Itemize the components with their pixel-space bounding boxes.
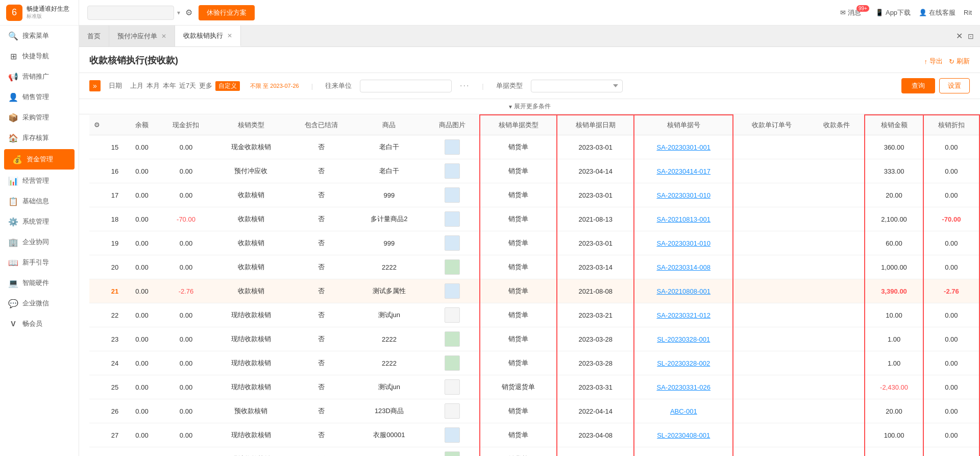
- row-cancel-bill-no[interactable]: SA-20230314-008: [634, 255, 733, 279]
- row-cancel-type: 现结收款核销: [213, 351, 289, 375]
- sidebar-item-search-menu[interactable]: 🔍 搜索菜单: [0, 26, 79, 46]
- row-cancel-amount: 100.00: [865, 447, 923, 457]
- solution-button[interactable]: 休验行业方案: [199, 5, 255, 20]
- sidebar-item-system[interactable]: ⚙️ 系统管理: [0, 211, 79, 232]
- row-cancel-bill-no[interactable]: SA-20230414-017: [634, 159, 733, 183]
- row-cancel-amount: -2,430.00: [865, 375, 923, 399]
- row-cancel-bill-type: 销货单: [480, 351, 557, 375]
- sidebar-item-label: 销售管理: [22, 92, 49, 102]
- row-cancel-type: 收款核销: [213, 231, 289, 255]
- row-cancel-bill-no[interactable]: SL-20230418-001: [634, 447, 733, 457]
- filter-more[interactable]: 更多: [199, 81, 212, 90]
- row-cancel-bill-no[interactable]: SA-20230331-026: [634, 375, 733, 399]
- row-cancel-bill-no[interactable]: SA-20230301-010: [634, 183, 733, 207]
- export-button[interactable]: ↑ 导出: [924, 57, 943, 66]
- row-cancel-amount: 1.00: [865, 327, 923, 351]
- hardware-icon: 💻: [8, 278, 18, 288]
- row-goods: 999: [354, 183, 425, 207]
- row-cancel-bill-no[interactable]: ABC-001: [634, 399, 733, 423]
- filter-expand-button[interactable]: »: [89, 80, 101, 91]
- filter-this-month[interactable]: 本月: [146, 81, 160, 90]
- sidebar-item-guide[interactable]: 📖 新手引导: [0, 252, 79, 273]
- sidebar-item-basic[interactable]: 📋 基础信息: [0, 191, 79, 211]
- row-cancel-bill-no[interactable]: SA-20230301-010: [634, 231, 733, 255]
- row-cancel-bill-no[interactable]: SA-20210808-001: [634, 279, 733, 303]
- topbar-gear-icon[interactable]: ⚙: [185, 8, 192, 17]
- finance-icon: 💰: [12, 154, 22, 164]
- filter-setting-button[interactable]: 设置: [939, 78, 970, 93]
- tab-receipt-close[interactable]: ✕: [227, 32, 232, 39]
- row-settings: [89, 135, 105, 159]
- row-included: 否: [289, 327, 354, 351]
- row-cancel-bill-type: 销货单: [480, 135, 557, 159]
- sidebar-item-sales[interactable]: 👤 销售管理: [0, 87, 79, 107]
- sidebar-item-enterprise[interactable]: 🏢 企业协同: [0, 232, 79, 252]
- row-cancel-type: 现结收款核销: [213, 375, 289, 399]
- app-download-button[interactable]: 📱 App下载: [875, 8, 911, 17]
- row-balance: 0.00: [125, 231, 159, 255]
- row-cash-discount: 0.00: [159, 231, 213, 255]
- row-cancel-bill-no[interactable]: SL-20230328-001: [634, 327, 733, 351]
- row-cancel-bill-no[interactable]: SA-20230321-012: [634, 303, 733, 327]
- row-cancel-type: 收款核销: [213, 255, 289, 279]
- expand-more-button[interactable]: ▾ 展开更多条件: [509, 102, 551, 111]
- sidebar-item-purchase[interactable]: 📦 采购管理: [0, 107, 79, 128]
- logo-icon: 6: [6, 5, 22, 21]
- row-cash-discount: -70.00: [159, 207, 213, 231]
- tab-receipt[interactable]: 收款核销执行 ✕: [175, 26, 241, 46]
- page-content: 收款核销执行(按收款) ↑ 导出 ↻ 刷新 » 日期 上月 本月: [79, 47, 980, 456]
- row-balance: 0.00: [125, 351, 159, 375]
- filter-from-unit-input[interactable]: [360, 80, 452, 92]
- message-button[interactable]: ✉ 消息 99+: [840, 8, 861, 17]
- tab-prepay[interactable]: 预付冲应付单 ✕: [109, 26, 175, 46]
- row-cancel-amount: 333.00: [865, 159, 923, 183]
- window-maximize-icon[interactable]: ⊡: [968, 32, 974, 40]
- filter-last7[interactable]: 近7天: [179, 81, 196, 90]
- row-cancel-bill-no[interactable]: SA-20230301-001: [634, 135, 733, 159]
- row-cash-discount: 0.00: [159, 183, 213, 207]
- sidebar-item-wechat[interactable]: 💬 企业微信: [0, 293, 79, 314]
- refresh-button[interactable]: ↻ 刷新: [949, 57, 970, 66]
- sidebar-item-vip[interactable]: V 畅会员: [0, 314, 79, 334]
- row-cash-discount: 0.00: [159, 159, 213, 183]
- row-balance: 0.00: [125, 423, 159, 447]
- row-cancel-discount: 0.00: [923, 351, 979, 375]
- row-receipt-order-no: [733, 303, 809, 327]
- row-balance: 0.00: [125, 279, 159, 303]
- row-goods-image: [425, 303, 480, 327]
- row-receipt-order-no: [733, 327, 809, 351]
- table-row: 280.000.00现结收款核销否2222销货单2023-04-18SL-202…: [89, 447, 979, 457]
- sidebar-item-inventory[interactable]: 🏠 库存核算: [0, 128, 79, 148]
- row-settings: [89, 255, 105, 279]
- message-icon: ✉: [840, 9, 846, 16]
- sidebar-item-operations[interactable]: 📊 经营管理: [0, 171, 79, 191]
- row-cancel-bill-type: 销货单: [480, 255, 557, 279]
- filter-this-year[interactable]: 本年: [163, 81, 176, 90]
- sidebar-item-hardware[interactable]: 💻 智能硬件: [0, 273, 79, 293]
- filter-single-type-select[interactable]: [531, 80, 623, 92]
- filter-right-buttons: 查询 设置: [901, 78, 970, 93]
- row-cancel-bill-no[interactable]: SA-20210813-001: [634, 207, 733, 231]
- sidebar-item-label: 企业微信: [22, 299, 49, 308]
- row-cancel-bill-no[interactable]: SL-20230328-002: [634, 351, 733, 375]
- window-minimize-icon[interactable]: ✕: [956, 31, 963, 41]
- online-service-button[interactable]: 👤 在线客服: [919, 8, 955, 17]
- col-settings-header[interactable]: ⚙: [89, 115, 105, 135]
- sidebar-item-marketing[interactable]: 📢 营销推广: [0, 66, 79, 87]
- table-settings-icon[interactable]: ⚙: [94, 121, 100, 129]
- user-menu[interactable]: Rit: [964, 9, 972, 16]
- table-container[interactable]: ⚙ 余额 现金折扣 核销类型 包含已结清 商品 商品图片 核销单据类型 核销单据…: [79, 114, 980, 456]
- sidebar-item-finance[interactable]: 💰 资金管理: [4, 149, 75, 170]
- topbar-dropdown-icon[interactable]: ▾: [177, 9, 180, 16]
- filter-custom[interactable]: 自定义: [215, 81, 240, 91]
- tab-prepay-close[interactable]: ✕: [161, 33, 166, 40]
- expand-more-bar: ▾ 展开更多条件: [79, 99, 980, 114]
- topbar-search-input[interactable]: [87, 6, 174, 20]
- filter-query-button[interactable]: 查询: [901, 78, 935, 93]
- row-cancel-bill-no[interactable]: SL-20230408-001: [634, 423, 733, 447]
- sidebar-item-quick-nav[interactable]: ⊞ 快捷导航: [0, 46, 79, 66]
- tab-home[interactable]: 首页: [79, 26, 109, 46]
- row-goods-image: [425, 351, 480, 375]
- goods-image-placeholder: [445, 307, 460, 323]
- filter-last-month[interactable]: 上月: [130, 81, 143, 90]
